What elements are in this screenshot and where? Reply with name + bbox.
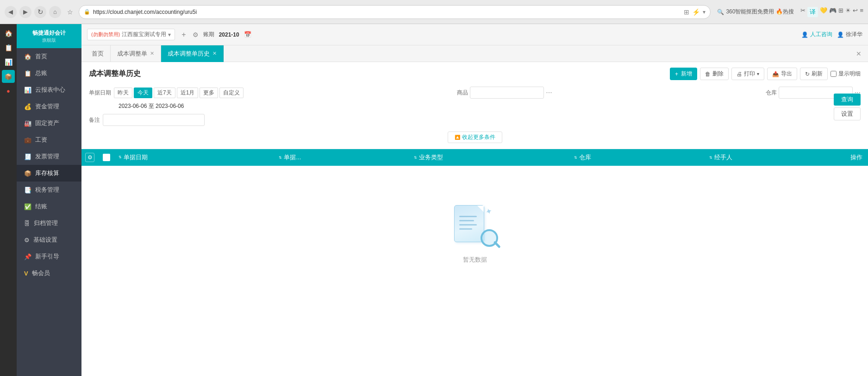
sidebar-logo[interactable]: 畅捷通好会计 旗舰版 — [17, 24, 81, 48]
icon-bar-item-red[interactable]: ● — [2, 84, 15, 97]
forward-button[interactable]: ▶ — [19, 6, 31, 18]
print-label: 打印 — [744, 70, 755, 78]
address-bar[interactable]: 🔒 https://cloud.chanjet.com/accounting/u… — [79, 5, 711, 19]
user-button[interactable]: 👤 徐泽华 — [837, 31, 862, 38]
period-value: 2021-10 — [219, 31, 239, 38]
query-button[interactable]: 查询 — [834, 94, 861, 106]
home-button[interactable]: ⌂ — [49, 6, 61, 18]
settings-icon: ⚙ — [24, 237, 30, 244]
th-warehouse[interactable]: ⇅ 仓库 — [570, 153, 705, 162]
show-detail-input[interactable] — [831, 71, 837, 77]
tab-cost-adjust[interactable]: 成本调整单 ✕ — [111, 45, 161, 62]
calendar-icon[interactable]: 📅 — [244, 31, 251, 38]
print-button[interactable]: 🖨 打印 ▾ — [731, 68, 764, 80]
sidebar-item-inventory[interactable]: 📦 库存核算 — [17, 165, 81, 182]
tab-cost-adjust-close-icon[interactable]: ✕ — [150, 50, 154, 56]
th-num[interactable]: ⇅ 单据... — [275, 153, 410, 162]
date-btn-custom[interactable]: 自定义 — [219, 88, 244, 98]
settings-btn[interactable]: 设置 — [834, 107, 861, 120]
grid-icon[interactable]: ⊞ — [838, 7, 843, 17]
settings-gear-icon[interactable]: ⚙ — [85, 153, 94, 162]
sidebar-item-close[interactable]: ✅ 结账 — [17, 198, 81, 215]
th-handler[interactable]: ⇅ 经手人 — [706, 153, 840, 162]
goods-dots[interactable]: ··· — [546, 89, 552, 96]
export-button[interactable]: 📤 导出 — [767, 68, 797, 80]
tab-home[interactable]: 首页 — [85, 45, 111, 62]
brightness-icon[interactable]: ☀ — [845, 7, 851, 17]
th-date[interactable]: ⇅ 单据日期 — [115, 153, 275, 162]
sidebar-item-tax[interactable]: 📑 税务管理 — [17, 182, 81, 198]
sidebar-item-salary[interactable]: 💼 工资 — [17, 132, 81, 148]
add-company-button[interactable]: + — [180, 31, 187, 39]
collapse-row: 🔼 收起更多条件 — [89, 130, 861, 147]
remark-input[interactable] — [103, 114, 205, 126]
company-selector[interactable]: (勿删勿禁用) 江西服宝测试专用 ▾ — [87, 29, 175, 40]
new-label: 新增 — [681, 70, 692, 78]
sidebar-item-funds[interactable]: 💰 资金管理 — [17, 98, 81, 115]
refresh-button[interactable]: ↻ 刷新 — [800, 68, 828, 80]
sidebar-item-reports[interactable]: 📊 云报表中心 — [17, 81, 81, 98]
sidebar-item-vip[interactable]: V 畅会员 — [17, 265, 81, 282]
refresh-button[interactable]: ↻ — [34, 6, 46, 18]
table-header: ⚙ ⇅ 单据日期 ⇅ 单据... ⇅ 业务类型 — [81, 149, 868, 166]
sidebar-item-invoice[interactable]: 🧾 发票管理 — [17, 148, 81, 165]
date-btn-today[interactable]: 今天 — [134, 88, 152, 98]
collapse-button[interactable]: 🔼 收起更多条件 — [448, 132, 502, 143]
date-filter-label: 单据日期 — [89, 89, 111, 97]
sidebar-item-ledger[interactable]: 📋 总账 — [17, 65, 81, 81]
new-button[interactable]: + 新增 — [670, 68, 697, 80]
sidebar-item-settings[interactable]: ⚙ 基础设置 — [17, 232, 81, 248]
close-all-tabs-button[interactable]: ✕ — [853, 50, 864, 57]
ledger-icon: 📋 — [24, 70, 31, 77]
th-action-label: 操作 — [850, 153, 862, 162]
wallet-icon[interactable]: 💛 — [820, 7, 827, 17]
top-bar: (勿删勿禁用) 江西服宝测试专用 ▾ + ⚙ 账期 2021-10 📅 👤 人工… — [81, 24, 868, 45]
th-action: 操作 — [840, 153, 868, 162]
game-icon[interactable]: 🎮 — [829, 7, 837, 17]
sort-date-icon: ⇅ — [119, 156, 122, 159]
collapse-label: 收起更多条件 — [462, 133, 495, 141]
translate-icon[interactable]: 译 — [807, 7, 818, 17]
sidebar-item-label-vip: 畅会员 — [32, 269, 50, 277]
th-date-label: 单据日期 — [124, 153, 148, 162]
sidebar-item-assets[interactable]: 🏭 固定资产 — [17, 115, 81, 132]
menu-icon[interactable]: ≡ — [860, 7, 863, 17]
undo-icon[interactable]: ↩ — [853, 7, 858, 17]
sidebar-item-home[interactable]: 🏠 首页 — [17, 48, 81, 65]
back-button[interactable]: ◀ — [5, 6, 17, 18]
select-all-checkbox[interactable] — [103, 154, 110, 161]
tab-bar: 首页 成本调整单 ✕ 成本调整单历史 ✕ ✕ — [81, 45, 868, 62]
star-button[interactable]: ☆ — [64, 6, 76, 18]
search-icon: 🔍 — [717, 9, 724, 15]
service-button[interactable]: 👤 人工咨询 — [801, 31, 832, 38]
icon-bar-item-1[interactable]: 🏠 — [2, 27, 15, 40]
delete-button[interactable]: 🗑 删除 — [700, 68, 729, 80]
gear-icon[interactable]: ⚙ — [193, 31, 199, 38]
date-btn-1month[interactable]: 近1月 — [177, 88, 199, 98]
empty-text: 暂无数据 — [463, 256, 487, 264]
date-btn-more[interactable]: 更多 — [200, 88, 218, 98]
th-handler-label: 经手人 — [714, 153, 732, 162]
sidebar-item-archive[interactable]: 🗄 归档管理 — [17, 215, 81, 232]
filter-row-2: 备注 — [89, 114, 861, 126]
sidebar-item-guide[interactable]: 📌 新手引导 — [17, 248, 81, 265]
scissors-icon[interactable]: ✂ — [800, 7, 806, 17]
search-label: 360智能抠图免费用 — [726, 8, 774, 16]
th-settings[interactable]: ⚙ — [81, 153, 98, 162]
th-checkbox[interactable] — [98, 154, 115, 161]
date-btn-7days[interactable]: 近7天 — [154, 88, 175, 98]
date-btn-yesterday[interactable]: 昨天 — [114, 88, 132, 98]
icon-bar-item-3[interactable]: 📊 — [2, 56, 15, 69]
show-detail-checkbox[interactable]: 显示明细 — [831, 70, 861, 78]
archive-icon: 🗄 — [24, 220, 30, 227]
icon-bar-item-2[interactable]: 📋 — [2, 41, 15, 54]
browser-search[interactable]: 🔍 360智能抠图免费用 🔥热搜 — [713, 6, 798, 18]
sidebar-item-label-reports: 云报表中心 — [35, 86, 65, 94]
date-range-text: 2023-06-06 至 2023-06-06 — [119, 102, 184, 110]
tab-cost-history[interactable]: 成本调整单历史 ✕ — [161, 45, 224, 62]
goods-select[interactable] — [470, 87, 544, 99]
sidebar-item-label-archive: 归档管理 — [34, 219, 58, 227]
th-biz[interactable]: ⇅ 业务类型 — [410, 153, 570, 162]
tab-cost-history-close-icon[interactable]: ✕ — [212, 50, 217, 56]
icon-bar-item-active[interactable]: 📦 — [2, 70, 15, 83]
